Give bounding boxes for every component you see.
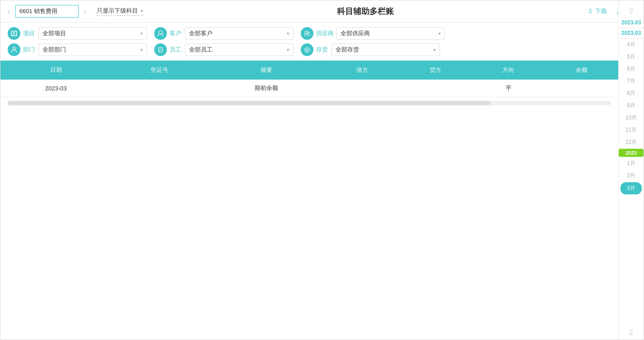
sidebar-month-5[interactable]: 5月 <box>619 51 644 63</box>
sidebar-down-arrow[interactable]: ⇩ <box>626 326 636 340</box>
filter-project: 项目 全部项目 ▾ <box>8 27 147 40</box>
col-date: 日期 <box>0 61 111 80</box>
filter-employee: 员工 全部员工 ▾ <box>154 43 294 56</box>
inventory-label: 存货 <box>316 46 329 54</box>
col-summary: 摘要 <box>207 61 326 80</box>
sidebar-month-1[interactable]: 1月 <box>619 157 644 170</box>
account-code-box: 6601 销售费用 <box>15 5 79 18</box>
employee-icon <box>154 43 167 56</box>
project-select[interactable]: 全部项目 ▾ <box>38 27 147 40</box>
supplier-arrow-icon: ▾ <box>438 31 441 37</box>
employee-select[interactable]: 全部员工 ▾ <box>185 43 294 56</box>
cell-credit <box>399 80 472 97</box>
horizontal-scrollbar[interactable] <box>8 101 611 105</box>
inventory-value: 全部存货 <box>336 46 359 54</box>
cell-summary: 期初余额 <box>207 80 326 97</box>
employee-arrow-icon: ▾ <box>287 47 289 53</box>
show-sub-arrow-icon: ▾ <box>141 8 143 14</box>
sidebar-month-6[interactable]: 6月 <box>619 63 644 75</box>
col-balance: 余额 <box>545 61 618 80</box>
filter-row-1: 项目 全部项目 ▾ 客户 全部客户 ▾ <box>8 27 636 40</box>
table-wrapper: 日期 凭证号 摘要 借方 贷方 方向 余额 2023-03期初余额平 <box>0 61 618 97</box>
col-direction: 方向 <box>472 61 545 80</box>
department-icon <box>8 43 20 56</box>
svg-rect-7 <box>159 47 162 52</box>
account-code: 6601 销售费用 <box>15 5 79 18</box>
svg-point-4 <box>305 31 308 34</box>
cell-debit <box>326 80 399 97</box>
sidebar-period-start[interactable]: 2023.03 <box>619 18 644 28</box>
supplier-label: 供应商 <box>316 29 334 38</box>
page-title: 科目辅助多栏账 <box>149 6 582 17</box>
table-header-row: 日期 凭证号 摘要 借方 贷方 方向 余额 <box>0 61 618 80</box>
sidebar-month-9[interactable]: 9月 <box>619 99 644 112</box>
top-bar: ‹ 6601 销售费用 › 只显示下级科目 ▾ 科目辅助多栏账 ⇩ 下载 🖨 打… <box>0 0 644 23</box>
customer-icon <box>154 27 167 40</box>
sidebar-month-10[interactable]: 10月 <box>619 112 644 124</box>
employee-label: 员工 <box>170 46 182 54</box>
download-icon: ⇩ <box>587 7 593 15</box>
download-label: 下载 <box>595 7 607 15</box>
table-row: 2023-03期初余额平 <box>0 80 618 97</box>
filter-area: 项目 全部项目 ▾ 客户 全部客户 ▾ <box>0 23 644 61</box>
sidebar-up-arrow[interactable]: ⇧ <box>626 4 636 18</box>
inventory-icon <box>301 43 313 56</box>
department-label: 部门 <box>23 46 36 54</box>
next-arrow[interactable]: › <box>84 8 86 15</box>
data-table: 日期 凭证号 摘要 借方 贷方 方向 余额 2023-03期初余额平 <box>0 61 618 97</box>
project-arrow-icon: ▾ <box>140 31 143 37</box>
inventory-select[interactable]: 全部存货 ▾ <box>331 43 440 56</box>
project-icon <box>8 27 20 40</box>
prev-arrow[interactable]: ‹ <box>8 8 10 15</box>
main-container: ‹ 6601 销售费用 › 只显示下级科目 ▾ 科目辅助多栏账 ⇩ 下载 🖨 打… <box>0 0 644 340</box>
employee-value: 全部员工 <box>189 46 213 54</box>
department-value: 全部部门 <box>43 46 66 54</box>
sidebar-month-11[interactable]: 11月 <box>619 124 644 136</box>
filter-department: 部门 全部部门 ▾ <box>8 43 147 56</box>
project-value: 全部项目 <box>43 29 66 38</box>
cell-direction: 平 <box>472 80 545 97</box>
supplier-select[interactable]: 全部供应商 ▾ <box>336 27 445 40</box>
sidebar-period-end[interactable]: 2023.03 <box>619 28 644 38</box>
customer-select[interactable]: 全部客户 ▾ <box>185 27 294 40</box>
col-voucher: 凭证号 <box>111 61 207 80</box>
sidebar-month-12[interactable]: 12月 <box>619 136 644 148</box>
col-credit: 贷方 <box>399 61 472 80</box>
department-select[interactable]: 全部部门 ▾ <box>38 43 147 56</box>
customer-label: 客户 <box>170 29 182 38</box>
filter-inventory: 存货 全部存货 ▾ <box>301 43 440 56</box>
filter-row-2: 部门 全部部门 ▾ 员工 全部员工 ▾ <box>8 43 636 56</box>
sidebar-month-7[interactable]: 7月 <box>619 75 644 87</box>
download-button[interactable]: ⇩ 下载 <box>587 7 607 15</box>
sidebar-month-2[interactable]: 2月 <box>619 170 644 182</box>
sidebar-month-4[interactable]: 4月 <box>619 38 644 51</box>
table-body: 2023-03期初余额平 <box>0 80 618 97</box>
show-sub-label: 只显示下级科目 <box>97 7 138 15</box>
filter-supplier: 供应商 全部供应商 ▾ <box>301 27 445 40</box>
project-label: 项目 <box>23 29 36 38</box>
sidebar-year-2023[interactable]: 2023 <box>619 149 644 157</box>
filter-customer: 客户 全部客户 ▾ <box>154 27 294 40</box>
customer-arrow-icon: ▾ <box>287 31 289 37</box>
supplier-value: 全部供应商 <box>341 29 370 38</box>
right-sidebar: ⇧ 2023.03 2023.03 4月 5月 6月 7月 8月 9月 10月 … <box>618 0 644 340</box>
department-arrow-icon: ▾ <box>140 47 143 53</box>
customer-value: 全部客户 <box>189 29 213 38</box>
cell-date: 2023-03 <box>0 80 111 97</box>
supplier-icon <box>301 27 313 40</box>
sidebar-month-8[interactable]: 8月 <box>619 87 644 99</box>
cell-voucher <box>111 80 207 97</box>
col-debit: 借方 <box>326 61 399 80</box>
svg-point-6 <box>13 47 15 50</box>
svg-point-5 <box>308 32 309 33</box>
inventory-arrow-icon: ▾ <box>433 47 436 53</box>
show-sub-toggle[interactable]: 只显示下级科目 ▾ <box>97 7 143 16</box>
sidebar-month-3-active[interactable]: 3月 <box>620 182 642 194</box>
cell-balance <box>545 80 618 97</box>
